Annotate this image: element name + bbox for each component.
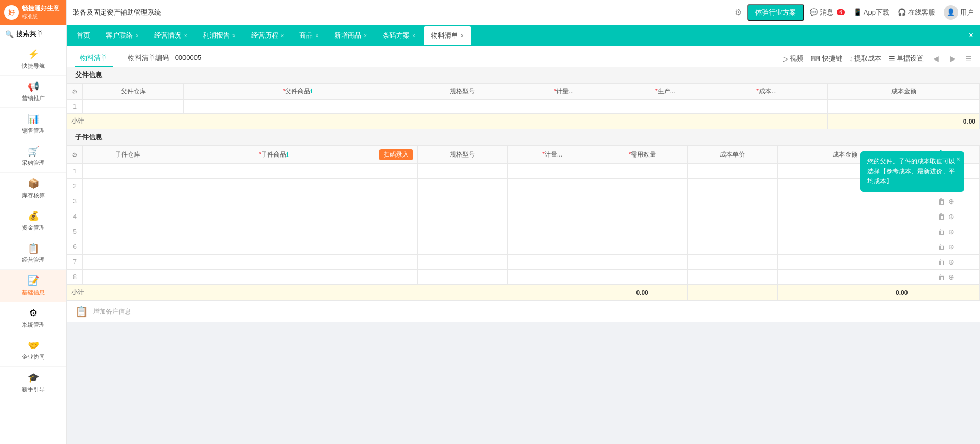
tab-goods[interactable]: 商品 × <box>292 26 326 45</box>
parent-produce-cell[interactable] <box>615 100 716 114</box>
close-customers-icon[interactable]: × <box>136 33 139 39</box>
delete-icon[interactable]: 🗑 <box>938 197 945 206</box>
child-product-1[interactable] <box>173 164 375 179</box>
close-barcode-icon[interactable]: × <box>412 33 415 39</box>
parent-product-info-icon[interactable]: ℹ <box>310 88 313 95</box>
table-row: 2 🗑 ⊕ <box>67 179 980 194</box>
view-action[interactable]: ▷ 视频 <box>783 54 803 63</box>
child-warehouse-1[interactable] <box>83 164 173 179</box>
table-row: 6 🗑 ⊕ <box>67 239 980 255</box>
sub-tab-bom-list[interactable]: 物料清单 <box>75 50 113 67</box>
user-btn[interactable]: 👤 用户 <box>944 5 974 20</box>
tab-history[interactable]: 经营历程 × <box>244 26 291 45</box>
tab-profit[interactable]: 利润报告 × <box>195 26 243 45</box>
nav-next-icon[interactable]: ▶ <box>948 54 958 63</box>
tab-new-goods[interactable]: 新增商品 × <box>327 26 374 45</box>
basic-info-icon: 📝 <box>28 275 39 286</box>
close-history-icon[interactable]: × <box>281 33 284 39</box>
parent-warehouse-cell[interactable] <box>83 100 184 114</box>
tab-home[interactable]: 首页 <box>69 26 97 45</box>
child-product-info-icon[interactable]: ℹ <box>286 151 289 158</box>
sidebar-item-marketing[interactable]: 📢 营销推广 <box>0 76 66 108</box>
sidebar-item-cooperation[interactable]: 🤝 企业协同 <box>0 334 66 367</box>
message-btn[interactable]: 💬 消息 6 <box>810 8 845 17</box>
app-download-btn[interactable]: 📱 App下载 <box>853 8 889 17</box>
sidebar-item-label: 新手引导 <box>22 386 45 393</box>
trial-button[interactable]: 体验行业方案 <box>747 4 804 21</box>
close-goods-icon[interactable]: × <box>315 33 318 39</box>
copy-icon[interactable]: ⊕ <box>948 273 954 281</box>
sidebar-item-guide[interactable]: 🎓 新手引导 <box>0 367 66 399</box>
quick-nav-icon: ⚡ <box>28 49 39 60</box>
settings-icon: ☰ <box>889 55 895 63</box>
tab-new-goods-label: 新增商品 <box>334 31 361 40</box>
system-title: 装备及固定资产辅助管理系统 <box>73 8 729 17</box>
child-col-qty: *需用数量 <box>597 146 688 164</box>
nav-prev-icon[interactable]: ◀ <box>931 54 941 63</box>
tab-history-label: 经营历程 <box>251 31 278 40</box>
sidebar-item-purchase[interactable]: 🛒 采购管理 <box>0 140 66 173</box>
child-price-1[interactable] <box>687 164 777 179</box>
copy-icon[interactable]: ⊕ <box>948 258 954 266</box>
tooltip-close-icon[interactable]: × <box>956 154 960 165</box>
copy-icon[interactable]: ⊕ <box>948 227 954 236</box>
single-settings-action[interactable]: ☰ 单据设置 <box>889 54 924 63</box>
sidebar-item-basic-info[interactable]: 📝 基础信息 <box>0 270 66 302</box>
gear-icon[interactable]: ⚙ <box>72 88 78 95</box>
child-qty-1[interactable] <box>597 164 688 179</box>
tab-barcode[interactable]: 条码方案 × <box>375 26 423 45</box>
row-num: 1 <box>67 100 83 114</box>
child-warehouse-2[interactable] <box>83 179 173 194</box>
sidebar-item-system[interactable]: ⚙ 系统管理 <box>0 302 66 334</box>
bom-code-label: 物料清单编码 <box>128 54 169 62</box>
add-notes-label[interactable]: 增加备注信息 <box>93 307 131 316</box>
delete-icon[interactable]: 🗑 <box>938 212 945 221</box>
child-section-title: 子件信息 <box>67 129 980 146</box>
search-menu[interactable]: 🔍 搜索菜单 <box>0 25 66 43</box>
close-all-tabs-icon[interactable]: × <box>964 31 977 40</box>
tab-operations[interactable]: 经营情况 × <box>147 26 194 45</box>
close-bom-icon[interactable]: × <box>461 33 464 39</box>
list-view-icon[interactable]: ☰ <box>965 55 972 63</box>
child-spec-1[interactable] <box>418 164 508 179</box>
sidebar-item-operation[interactable]: 📋 经营管理 <box>0 237 66 270</box>
child-gear-icon[interactable]: ⚙ <box>72 151 78 159</box>
tab-customers[interactable]: 客户联络 × <box>99 26 146 45</box>
topbar-settings-icon[interactable]: ⚙ <box>734 7 742 17</box>
system-icon: ⚙ <box>29 307 38 319</box>
table-row: 3 🗑 ⊕ <box>67 194 980 209</box>
copy-icon[interactable]: ⊕ <box>948 212 954 221</box>
copy-icon[interactable]: ⊕ <box>948 197 954 206</box>
app-download-label: App下载 <box>864 8 889 17</box>
parent-unit-cell[interactable] <box>513 100 615 114</box>
table-row: 7 🗑 ⊕ <box>67 255 980 270</box>
child-product-2[interactable] <box>173 179 375 194</box>
sidebar-item-sales[interactable]: 📊 销售管理 <box>0 108 66 140</box>
sidebar-item-inventory[interactable]: 📦 库存核算 <box>0 173 66 205</box>
delete-icon[interactable]: 🗑 <box>938 273 945 281</box>
sidebar-item-finance[interactable]: 💰 资金管理 <box>0 205 66 237</box>
sidebar-item-quick-nav[interactable]: ⚡ 快捷导航 <box>0 43 66 76</box>
parent-table: ⚙ 父件仓库 *父件商品ℹ 规格型号 *计量... *生产... *成本... … <box>67 83 980 129</box>
parent-col-cost: *成本... <box>716 84 817 100</box>
search-label: 搜索菜单 <box>16 29 43 39</box>
parent-spec-cell[interactable] <box>412 100 513 114</box>
close-new-goods-icon[interactable]: × <box>364 33 367 39</box>
parent-col-cost-amt: 成本金额 <box>828 84 980 100</box>
delete-icon[interactable]: 🗑 <box>938 227 945 236</box>
extract-cost-action[interactable]: ↕ 提取成本 <box>850 54 882 63</box>
delete-icon[interactable]: 🗑 <box>938 243 945 251</box>
purchase-icon: 🛒 <box>28 146 39 157</box>
child-unit-1[interactable] <box>507 164 597 179</box>
copy-icon[interactable]: ⊕ <box>948 243 954 251</box>
tab-bom[interactable]: 物料清单 × <box>424 26 471 45</box>
scan-button[interactable]: 扫码录入 <box>379 149 413 160</box>
close-profit-icon[interactable]: × <box>232 33 236 39</box>
parent-product-cell[interactable] <box>184 100 412 114</box>
delete-icon[interactable]: 🗑 <box>938 258 945 266</box>
parent-cost-cell[interactable] <box>716 100 817 114</box>
shortcuts-action[interactable]: ⌨ 快捷键 <box>811 54 842 63</box>
online-service-btn[interactable]: 🎧 在线客服 <box>898 8 935 17</box>
extract-icon: ↕ <box>850 55 853 63</box>
close-operations-icon[interactable]: × <box>184 33 187 39</box>
